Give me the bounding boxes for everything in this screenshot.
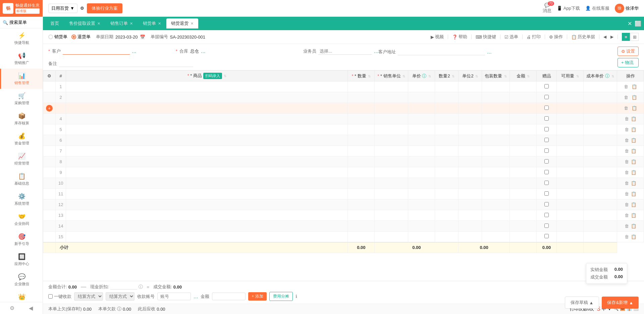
row-pack[interactable] xyxy=(482,103,510,114)
copy-icon[interactable]: 📋 xyxy=(632,95,637,100)
add-button[interactable]: + 添加 xyxy=(248,292,266,301)
delete-icon[interactable]: 🗑 xyxy=(625,127,629,132)
col-settings-icon[interactable]: ⚙ xyxy=(47,73,51,78)
radio-sales-return[interactable]: 退货单 xyxy=(71,34,91,40)
calendar-icon[interactable]: 📅 xyxy=(140,35,145,40)
gift-checkbox[interactable] xyxy=(544,106,549,110)
copy-icon[interactable]: 📋 xyxy=(632,106,637,111)
calc-method-select[interactable]: 结算方式 xyxy=(106,292,135,301)
sidebar-item-wechat[interactable]: 💬 企业微信 xyxy=(0,270,43,290)
onepay-checkbox[interactable]: 一键收款 xyxy=(48,294,71,300)
industry-select[interactable]: 日用百货 ▼ xyxy=(48,4,77,13)
gift-checkbox[interactable] xyxy=(544,170,549,174)
row-gift-checkbox[interactable] xyxy=(537,81,557,92)
row-product[interactable] xyxy=(66,210,348,221)
row-qty[interactable] xyxy=(348,103,375,114)
delete-icon[interactable]: 🗑 xyxy=(625,181,629,186)
copy-icon[interactable]: 📋 xyxy=(631,202,636,207)
row-available[interactable] xyxy=(557,92,584,103)
row-unit[interactable] xyxy=(375,103,408,114)
gift-checkbox[interactable] xyxy=(544,95,549,99)
sort-icon[interactable]: ⇅ xyxy=(368,74,371,78)
gift-checkbox[interactable] xyxy=(544,84,549,88)
row-qty2[interactable] xyxy=(435,81,459,92)
delete-icon[interactable]: 🗑 xyxy=(625,234,629,239)
row-product[interactable] xyxy=(66,221,348,232)
list-view-btn[interactable]: ≡ xyxy=(622,33,630,41)
row-product[interactable] xyxy=(66,146,348,156)
sidebar-item-app-center[interactable]: 🔲 应用中心 xyxy=(0,250,43,270)
gift-checkbox[interactable] xyxy=(544,234,549,238)
fee-split-button[interactable]: 费用分摊 xyxy=(269,292,293,301)
maximize-icon[interactable]: ⬜ xyxy=(635,20,641,27)
warehouse-select-btn[interactable]: ... xyxy=(201,48,205,54)
settings-gear-icon[interactable]: ⚙ xyxy=(80,6,84,11)
sort-icon[interactable]: ⇅ xyxy=(402,74,405,78)
sort-icon[interactable]: ⇅ xyxy=(504,74,507,78)
copy-icon[interactable]: 📋 xyxy=(631,181,636,186)
copy-icon[interactable]: 📋 xyxy=(631,234,636,239)
delete-icon[interactable]: 🗑 xyxy=(624,84,628,89)
sort-icon[interactable]: ⇅ xyxy=(611,74,614,78)
delete-icon[interactable]: 🗑 xyxy=(624,95,628,100)
row-product[interactable] xyxy=(66,92,348,103)
row-gift-checkbox[interactable] xyxy=(537,92,557,103)
gift-checkbox[interactable] xyxy=(544,116,549,121)
row-pack[interactable] xyxy=(482,92,510,103)
delete-icon[interactable]: 🗑 xyxy=(625,224,629,229)
row-unit[interactable] xyxy=(375,92,408,103)
salesperson-input[interactable] xyxy=(318,48,372,55)
copy-icon[interactable]: 📋 xyxy=(631,148,636,153)
account-select-btn[interactable]: ... xyxy=(194,294,198,300)
app-download-button[interactable]: 📱 App下载 xyxy=(557,5,580,11)
help-btn[interactable]: ❓ 帮助 xyxy=(452,34,467,40)
row-amount[interactable] xyxy=(510,103,537,114)
collapse-icon[interactable]: ◀ xyxy=(29,305,33,311)
operations-btn[interactable]: ⚙ 操作 xyxy=(549,34,563,40)
tab-sales-order[interactable]: 销售订单 ✕ xyxy=(106,18,138,28)
row-unit2[interactable] xyxy=(459,81,482,92)
copy-icon[interactable]: 📋 xyxy=(631,138,636,143)
grid-view-btn[interactable]: ⊞ xyxy=(631,33,639,41)
sidebar-item-quick-nav[interactable]: ⚡ 快捷导航 xyxy=(0,28,43,49)
delete-icon[interactable]: 🗑 xyxy=(625,213,629,218)
gift-checkbox[interactable] xyxy=(544,148,549,153)
copy-icon[interactable]: 📋 xyxy=(631,159,636,164)
tab-close-icon[interactable]: ✕ xyxy=(191,21,194,26)
copy-icon[interactable]: 📋 xyxy=(631,224,636,229)
sort-icon[interactable]: ⇅ xyxy=(224,74,226,78)
row-qty[interactable] xyxy=(348,81,375,92)
account-input[interactable] xyxy=(157,293,191,300)
product-input-active[interactable] xyxy=(69,106,345,111)
row-product[interactable] xyxy=(66,167,348,178)
delete-icon[interactable]: 🗑 xyxy=(625,116,629,121)
row-unit2[interactable] xyxy=(459,103,482,114)
row-product-input[interactable] xyxy=(66,103,348,114)
sidebar-item-enterprise[interactable]: 🤝 企业协同 xyxy=(0,209,43,230)
settle-method-select[interactable]: 结算方式 xyxy=(74,292,103,301)
row-unit[interactable] xyxy=(375,81,408,92)
row-amount[interactable] xyxy=(510,81,537,92)
sort-icon[interactable]: ⇅ xyxy=(428,74,431,78)
sidebar-search[interactable]: 🔍 搜索菜单 xyxy=(0,17,43,28)
row-product[interactable] xyxy=(66,135,348,146)
select-btn[interactable]: ☑ 选单 xyxy=(504,34,518,40)
delete-icon[interactable]: 🗑 xyxy=(625,159,629,164)
salesperson-select-btn[interactable]: ... xyxy=(374,48,378,54)
logistics-button[interactable]: + 物流 xyxy=(618,58,639,67)
message-button[interactable]: 💬 消息 70 xyxy=(543,3,551,14)
history-btn[interactable]: 📋 历史单据 xyxy=(571,34,595,40)
row-amount[interactable] xyxy=(510,92,537,103)
scan-button[interactable]: 扫码录入 xyxy=(203,73,222,79)
save-draft-button[interactable]: 保存草稿 ▲ xyxy=(565,297,599,309)
customer-input[interactable] xyxy=(63,48,130,55)
online-service-button[interactable]: 👤 在线客服 xyxy=(585,5,609,11)
row-product[interactable] xyxy=(66,156,348,167)
amount-input[interactable] xyxy=(212,293,246,300)
tab-close-icon[interactable]: ✕ xyxy=(158,21,161,26)
delete-icon[interactable]: 🗑 xyxy=(625,202,629,207)
add-row-button[interactable]: + xyxy=(46,105,53,112)
gift-checkbox[interactable] xyxy=(544,159,549,164)
delete-icon[interactable]: 🗑 xyxy=(625,138,629,143)
row-price[interactable] xyxy=(408,103,435,114)
